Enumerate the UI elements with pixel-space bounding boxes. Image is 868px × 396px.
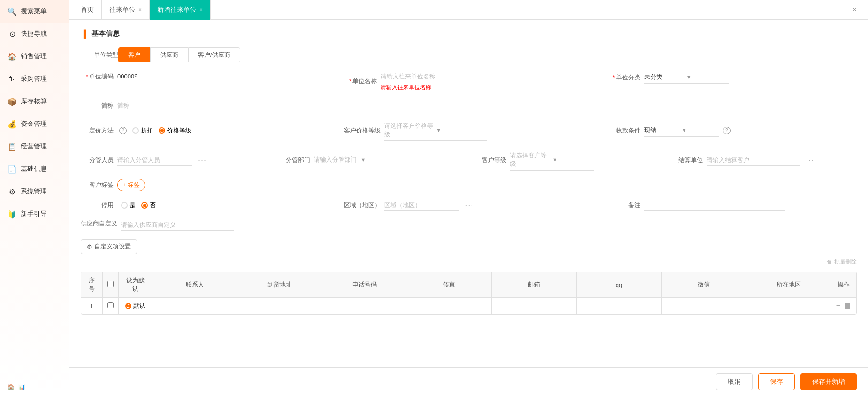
payment-terms-select[interactable]: 现结 ▼ (644, 124, 719, 137)
custom-settings-button[interactable]: ⚙ 自定义项设置 (81, 239, 137, 254)
contact-table: 序号 设为默认 联系人 到货地址 电话号码 传真 邮箱 qq 微信 所在地区 操… (81, 272, 857, 315)
sidebar-home-icon[interactable]: 🏠 (8, 384, 15, 390)
supplier-custom-label: 供应商自定义 (81, 219, 117, 228)
notes-label: 备注 (608, 201, 640, 210)
contact-input[interactable] (157, 303, 232, 310)
row-delete-btn[interactable]: 🗑 (844, 302, 852, 310)
address-input[interactable] (242, 303, 317, 310)
fax-input[interactable] (412, 303, 487, 310)
unit-type-supplier[interactable]: 供应商 (150, 47, 188, 62)
payment-help-icon[interactable]: ? (723, 127, 731, 134)
cell-phone[interactable] (322, 298, 407, 314)
supplier-custom-input[interactable] (121, 219, 234, 231)
cell-qq[interactable] (577, 298, 662, 314)
disable-no[interactable]: 否 (141, 201, 156, 210)
col-contact: 联系人 (152, 272, 237, 298)
unit-type-label: 单位类型 (81, 51, 118, 59)
short-name-input[interactable] (117, 100, 211, 111)
unit-type-group: 客户 供应商 客户/供应商 (118, 47, 240, 62)
search-icon: 🔍 (8, 7, 17, 16)
sidebar-item-inventory[interactable]: 📦 库存核算 (0, 90, 69, 113)
manager-more-btn[interactable]: ··· (198, 155, 206, 165)
unit-type-both[interactable]: 客户/供应商 (188, 47, 240, 62)
cell-action: + 🗑 (831, 298, 856, 314)
row-supplier-custom: 供应商自定义 (81, 219, 857, 231)
department-select[interactable]: 请输入分管部门 ▼ (314, 154, 408, 166)
sidebar-item-quick-nav[interactable]: ⊙ 快捷导航 (0, 23, 69, 45)
region-cell-input[interactable] (751, 303, 826, 310)
notes-input[interactable] (644, 200, 785, 211)
sidebar-item-sales[interactable]: 🏠 销售管理 (0, 45, 69, 68)
tab-partners[interactable]: 往来单位 × (102, 0, 150, 20)
sidebar-stats-icon[interactable]: 📊 (18, 384, 25, 390)
tabs-close-all[interactable]: × (845, 6, 864, 14)
sidebar-item-guide[interactable]: 🔰 新手引导 (0, 203, 69, 225)
region-input[interactable] (384, 200, 459, 211)
pricing-help-icon[interactable]: ? (119, 127, 127, 134)
department-field: 分管部门 请输入分管部门 ▼ (277, 154, 464, 166)
department-arrow: ▼ (361, 157, 408, 163)
unit-name-input[interactable] (381, 71, 503, 82)
cell-checkbox (103, 298, 119, 314)
email-input[interactable] (496, 303, 571, 310)
sidebar-item-operations[interactable]: 📋 经营管理 (0, 135, 69, 158)
disable-field: 停用 是 否 (81, 201, 330, 210)
tab-new-partner-close[interactable]: × (199, 7, 203, 13)
operations-icon: 📋 (8, 142, 17, 151)
footer: 取消 保存 保存并新增 (69, 367, 868, 396)
col-seq: 序号 (81, 272, 103, 298)
default-radio[interactable] (125, 303, 131, 309)
unit-name-field: 单位名称 请输入往来单位名称 (344, 71, 593, 92)
save-new-button[interactable]: 保存并新增 (800, 373, 857, 390)
manager-input[interactable] (117, 155, 192, 166)
unit-code-input[interactable] (117, 71, 211, 82)
tab-home[interactable]: 首页 (73, 0, 102, 20)
unit-type-customer[interactable]: 客户 (118, 47, 150, 62)
cell-email[interactable] (492, 298, 577, 314)
qq-input[interactable] (581, 303, 656, 310)
short-name-field: 简称 (81, 100, 857, 111)
settlement-more-btn[interactable]: ··· (806, 155, 815, 165)
select-all-checkbox[interactable] (107, 281, 114, 287)
tab-new-partner-label: 新增往来单位 (157, 6, 197, 14)
system-icon: ⚙ (8, 187, 17, 196)
sidebar-item-search[interactable]: 🔍 搜索菜单 (0, 0, 69, 23)
customer-price-level-select[interactable]: 请选择客户价格等级 ▼ (384, 120, 487, 141)
cancel-button[interactable]: 取消 (716, 373, 753, 390)
row-checkbox[interactable] (107, 302, 114, 308)
batch-delete-btn[interactable]: 🗑 批量删除 (81, 258, 857, 266)
row-add-btn[interactable]: + (836, 302, 840, 310)
cell-region[interactable] (746, 298, 831, 314)
sidebar-item-basic-info[interactable]: 📄 基础信息 (0, 158, 69, 180)
sidebar-label-purchase: 采购管理 (21, 75, 47, 83)
tab-new-partner[interactable]: 新增往来单位 × (150, 0, 211, 20)
settlement-unit-input[interactable] (707, 155, 800, 166)
unit-category-select[interactable]: 未分类 ▼ (644, 71, 729, 84)
tab-partners-close[interactable]: × (138, 7, 142, 13)
customer-level-select[interactable]: 请选择客户等级 ▼ (510, 149, 594, 171)
col-wechat: 微信 (662, 272, 746, 298)
sidebar-bottom: 🏠 📊 (0, 378, 69, 396)
cell-address[interactable] (237, 298, 322, 314)
col-qq: qq (577, 272, 662, 298)
batch-delete-icon: 🗑 (827, 259, 832, 265)
row-pricing: 定价方法 ? 折扣 价格等级 客户价格等级 请选择客户价格等级 (81, 120, 857, 141)
disable-yes[interactable]: 是 (121, 201, 136, 210)
save-button[interactable]: 保存 (758, 373, 795, 390)
cell-contact[interactable] (152, 298, 237, 314)
region-more-btn[interactable]: ··· (465, 201, 473, 210)
sidebar-item-finance[interactable]: 💰 资金管理 (0, 113, 69, 135)
wechat-input[interactable] (666, 303, 741, 310)
disable-no-circle (141, 202, 148, 209)
pricing-level[interactable]: 价格等级 (159, 126, 191, 135)
pricing-discount[interactable]: 折扣 (132, 126, 153, 135)
inventory-icon: 📦 (8, 97, 17, 106)
cell-wechat[interactable] (662, 298, 746, 314)
cell-fax[interactable] (407, 298, 492, 314)
guide-icon: 🔰 (8, 210, 17, 219)
add-tag-btn[interactable]: + 标签 (117, 179, 145, 191)
sidebar-item-system[interactable]: ⚙ 系统管理 (0, 180, 69, 203)
unit-category-label: 单位分类 (608, 73, 640, 82)
sidebar-item-purchase[interactable]: 🛍 采购管理 (0, 68, 69, 90)
phone-input[interactable] (327, 303, 402, 310)
